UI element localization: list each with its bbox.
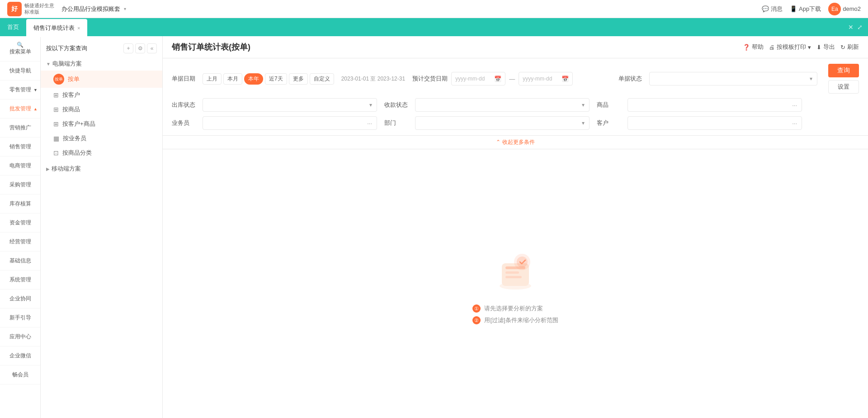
sidebar-item-operations[interactable]: 经营管理: [0, 233, 40, 252]
date-filter-group: 单据日期 上月 本月 本年 近7天 更多 自定义 2023-01-01 至 20…: [172, 73, 405, 85]
category-scheme-icon: ⊡: [53, 149, 59, 157]
download-icon: 📱: [790, 5, 797, 12]
scheme-item-by-sales[interactable]: ▦ 按业务员: [41, 131, 162, 146]
left-panel: 按以下方案查询 + ⚙ « ▼ 电脑端方案 按单 按单 ⊞: [41, 36, 163, 418]
scheme-item-by-customer[interactable]: ⊞ 按客户: [41, 88, 162, 102]
collapse-bar[interactable]: ⌃ 收起更多条件: [163, 136, 868, 149]
dept-label: 部门: [384, 119, 411, 127]
tab-sales-order-stats[interactable]: 销售订单统计表 ×: [26, 19, 87, 37]
status-select[interactable]: ▾: [649, 72, 817, 86]
sidebar-item-member[interactable]: 畅会员: [0, 366, 40, 385]
help-icon: ❓: [743, 44, 750, 51]
sidebar-item-basic[interactable]: 基础信息: [0, 252, 40, 271]
date-btn-this-year[interactable]: 本年: [244, 73, 263, 85]
ship-status-arrow: ▾: [369, 102, 372, 108]
ship-status-select[interactable]: ▾: [203, 98, 377, 112]
sidebar-item-sales[interactable]: 销售管理: [0, 138, 40, 157]
collapse-panel-button[interactable]: «: [147, 43, 157, 53]
scheme-group-pc-header[interactable]: ▼ 电脑端方案: [41, 57, 162, 71]
payment-status-arrow: ▾: [582, 102, 585, 108]
date-btn-this-month[interactable]: 本月: [223, 73, 242, 85]
sidebar-item-wholesale[interactable]: 批发管理 ▲: [0, 100, 40, 119]
sidebar-item-purchase[interactable]: 采购管理: [0, 176, 40, 195]
query-actions: 查询 设置: [828, 64, 859, 94]
scheme-group-mobile-header[interactable]: ▶ 移动端方案: [41, 162, 162, 176]
panel-header: 按以下方案查询 + ⚙ «: [41, 42, 162, 57]
payment-status-group: 收款状态 ▾: [384, 98, 590, 112]
tab-home[interactable]: 首页: [0, 18, 26, 36]
date-separator: —: [509, 76, 515, 82]
top-bar-right: 💬 消息 📱 App下载 Ea demo2: [762, 3, 861, 15]
customer-input[interactable]: ···: [627, 116, 802, 130]
svg-rect-4: [505, 276, 522, 278]
refresh-button[interactable]: ↻ 刷新: [840, 43, 859, 51]
template-print-arrow: ▾: [808, 44, 811, 51]
customer-label: 客户: [597, 119, 624, 127]
user-area[interactable]: Ea demo2: [828, 3, 861, 15]
filter-row-3: 业务员 ··· 部门 ▾ 客户: [172, 116, 859, 130]
cal-start-icon: 📅: [494, 76, 501, 82]
sidebar-item-system[interactable]: 系统管理: [0, 271, 40, 290]
date-btn-more[interactable]: 更多: [289, 73, 308, 85]
scheme-item-by-order[interactable]: 按单 按单: [41, 71, 162, 88]
scheme-item-by-goods[interactable]: ⊞ 按商品: [41, 102, 162, 117]
scheme-item-by-category[interactable]: ⊡ 按商品分类: [41, 146, 162, 160]
app-dropdown-arrow[interactable]: ▾: [124, 6, 126, 11]
scheme-item-by-cust-goods[interactable]: ⊞ 按客户+商品: [41, 117, 162, 131]
sidebar-item-marketing[interactable]: 营销推广: [0, 119, 40, 138]
maximize-window-icon[interactable]: ⤢: [857, 24, 863, 31]
dept-select[interactable]: ▾: [415, 116, 590, 130]
sidebar: 🔍 搜索菜单 快捷导航 零售管理 ▼ 批发管理 ▲ 营销推广 销售管理 电商管理…: [0, 36, 41, 418]
sidebar-item-quicknav[interactable]: 快捷导航: [0, 62, 40, 81]
wholesale-expand-arrow: ▲: [33, 107, 38, 111]
sales-filter-group: 业务员 ···: [172, 116, 377, 130]
empty-tip-1: ① 请先选择要分析的方案: [472, 304, 558, 313]
cal-end-icon: 📅: [561, 76, 569, 82]
nav-tabs: 首页 销售订单统计表 × ✕ ⤢: [0, 18, 868, 36]
settings-button[interactable]: 设置: [828, 80, 859, 94]
filter-row-2: 出库状态 ▾ 收款状态 ▾ 商品: [172, 98, 859, 112]
filter-area: 单据日期 上月 本月 本年 近7天 更多 自定义 2023-01-01 至 20…: [163, 58, 868, 136]
export-button[interactable]: ⬇ 导出: [816, 43, 835, 51]
filter-row-1: 单据日期 上月 本月 本年 近7天 更多 自定义 2023-01-01 至 20…: [172, 64, 859, 94]
goods-filter-group: 商品 ···: [597, 98, 802, 112]
sales-scheme-icon: ▦: [53, 135, 59, 142]
query-button[interactable]: 查询: [828, 64, 859, 77]
refresh-icon: ↻: [840, 44, 845, 51]
close-window-icon[interactable]: ✕: [848, 24, 854, 31]
payment-status-select[interactable]: ▾: [415, 98, 590, 112]
retail-expand-arrow: ▼: [33, 88, 38, 92]
export-icon: ⬇: [816, 44, 821, 51]
top-bar-left: 好 畅捷通好生意 标准版 办公用品行业模拟账套 ▾: [7, 2, 126, 16]
date-btn-7days[interactable]: 近7天: [265, 73, 287, 85]
scheme-settings-button[interactable]: ⚙: [135, 43, 145, 53]
date-filter-buttons: 上月 本月 本年 近7天 更多 自定义: [203, 73, 334, 85]
sidebar-item-search[interactable]: 🔍 搜索菜单: [0, 36, 40, 62]
sales-input[interactable]: ···: [203, 116, 377, 130]
predicted-end-input[interactable]: yyyy-mm-dd 📅: [519, 72, 573, 86]
cust-goods-scheme-icon: ⊞: [53, 120, 59, 128]
goods-input[interactable]: ···: [627, 98, 802, 112]
add-scheme-button[interactable]: +: [123, 43, 133, 53]
tab-close-icon[interactable]: ×: [77, 25, 80, 31]
message-button[interactable]: 💬 消息: [762, 5, 783, 13]
sidebar-item-inventory[interactable]: 库存核算: [0, 195, 40, 214]
date-btn-last-month[interactable]: 上月: [203, 73, 222, 85]
empty-tip-2: ② 用[过滤]条件来缩小分析范围: [472, 316, 558, 324]
mobile-group-arrow: ▶: [46, 166, 50, 171]
sidebar-item-collab[interactable]: 企业协同: [0, 290, 40, 309]
sidebar-item-ecommerce[interactable]: 电商管理: [0, 157, 40, 176]
sales-label: 业务员: [172, 119, 199, 127]
sidebar-item-retail[interactable]: 零售管理 ▼: [0, 81, 40, 100]
app-download-button[interactable]: 📱 App下载: [790, 5, 821, 13]
sidebar-item-appcenter[interactable]: 应用中心: [0, 328, 40, 347]
template-print-button[interactable]: 🖨 按模板打印 ▾: [769, 43, 811, 51]
sidebar-item-finance[interactable]: 资金管理: [0, 214, 40, 233]
predicted-start-input[interactable]: yyyy-mm-dd 📅: [451, 72, 505, 86]
goods-scheme-icon: ⊞: [53, 106, 59, 113]
panel-title: 按以下方案查询: [46, 44, 87, 52]
sidebar-item-wechat[interactable]: 企业微信: [0, 347, 40, 366]
sidebar-item-newuser[interactable]: 新手引导: [0, 309, 40, 328]
help-button[interactable]: ❓ 帮助: [743, 43, 764, 51]
date-btn-custom[interactable]: 自定义: [310, 73, 334, 85]
